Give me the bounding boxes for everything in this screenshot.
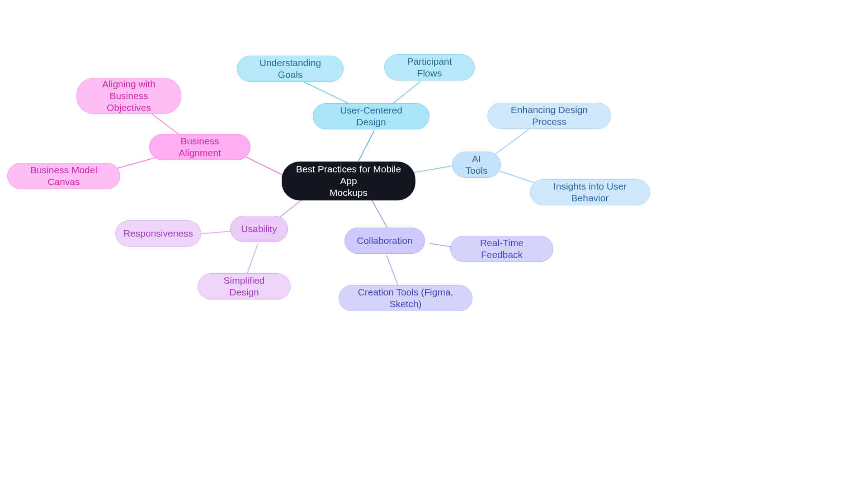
leaf-responsiveness: Responsiveness <box>115 220 201 247</box>
leaf-aligning-business-objectives: Aligning with Business Objectives <box>76 78 181 114</box>
svg-line-0 <box>357 130 374 164</box>
leaf-understanding-goals: Understanding Goals <box>237 56 344 82</box>
svg-line-11 <box>246 244 258 276</box>
center-node: Best Practices for Mobile App Mockups <box>282 162 415 200</box>
leaf-enhancing-design-process: Enhancing Design Process <box>487 103 611 129</box>
leaf-simplified-design: Simplified Design <box>198 273 291 300</box>
svg-line-8 <box>387 255 398 285</box>
leaf-business-model-canvas: Business Model Canvas <box>7 163 120 189</box>
leaf-creation-tools: Creation Tools (Figma, Sketch) <box>339 285 472 311</box>
leaf-participant-flows: Participant Flows <box>384 54 475 81</box>
branch-ai-tools: AI Tools <box>452 152 501 178</box>
leaf-insights-user-behavior: Insights into User Behavior <box>530 179 650 205</box>
leaf-real-time-feedback: Real-Time Feedback <box>450 236 553 262</box>
branch-user-centered: User-Centered Design <box>313 103 429 129</box>
svg-line-2 <box>393 81 420 103</box>
svg-line-12 <box>240 154 284 176</box>
branch-collaboration: Collaboration <box>344 228 425 254</box>
branch-business-alignment: Business Alignment <box>149 134 250 160</box>
branch-usability: Usability <box>230 216 288 242</box>
svg-line-1 <box>303 81 348 103</box>
svg-line-4 <box>493 126 533 156</box>
svg-line-6 <box>371 198 388 229</box>
svg-line-3 <box>412 165 457 173</box>
